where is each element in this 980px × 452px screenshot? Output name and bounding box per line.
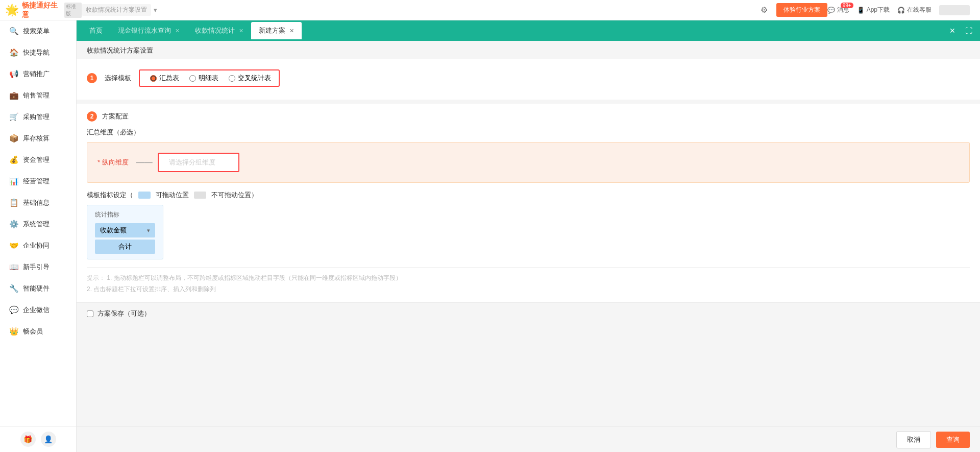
operations-icon: 📊 [9, 177, 19, 186]
message-button[interactable]: 💬 消息 99+ [827, 6, 849, 14]
stat-item-label: 收款金额 [100, 226, 127, 235]
save-section: 方案保存（可选） [77, 302, 980, 324]
radio-detail-input[interactable] [189, 75, 196, 82]
dimension-select[interactable]: 请选择分组维度 [158, 153, 239, 172]
sidebar-item-search[interactable]: 🔍 搜索菜单 [0, 20, 76, 42]
tab-bar: 首页 现金银行流水查询 ✕ 收款情况统计 ✕ 新建方案 ✕ ✕ ⛶ [77, 20, 980, 41]
tab-new-plan[interactable]: 新建方案 ✕ [251, 22, 302, 39]
stat-indicators-box: 统计指标 收款金额 ▾ 合计 [87, 205, 163, 259]
indicators-header: 模板指标设定（ 可拖动位置 不可拖动位置） [87, 191, 970, 200]
tab-cashflow-label: 现金银行流水查询 [118, 26, 171, 35]
cancel-button[interactable]: 取消 [896, 431, 931, 448]
search-icon: 🔍 [9, 27, 19, 36]
sidebar-label-search: 搜索菜单 [23, 27, 50, 36]
tab-receipts-label: 收款情况统计 [195, 26, 235, 35]
page-title: 收款情况统计方案设置 [87, 46, 153, 54]
trial-button[interactable]: 体验行业方案 [776, 3, 827, 17]
radio-summary-label: 汇总表 [159, 74, 179, 83]
maximize-icon[interactable]: ⛶ [963, 25, 975, 37]
dimension-title-text: 汇总维度（必选） [87, 128, 140, 136]
sidebar-label-enterprise: 企业协同 [23, 241, 50, 250]
radio-cross[interactable]: 交叉统计表 [229, 74, 271, 83]
sidebar: 🔍 搜索菜单 🏠 快捷导航 📢 营销推广 💼 销售管理 🛒 采购管理 📦 库存核… [0, 20, 77, 452]
chevron-down-small-icon: ▾ [147, 227, 150, 234]
bottom-action-bar: 取消 查询 [77, 426, 980, 452]
sidebar-item-finance[interactable]: 💰 资金管理 [0, 149, 76, 171]
dimension-title: 汇总维度（必选） [87, 128, 970, 137]
stat-item-amount[interactable]: 收款金额 ▾ [95, 223, 155, 237]
tab-home[interactable]: 首页 [82, 22, 110, 39]
sidebar-label-finance: 资金管理 [23, 155, 50, 164]
top-bar: 🌟 畅捷通好生意 标准版 收款情况统计方案设置 ▾ ⚙ 体验行业方案 💬 消息 … [0, 0, 980, 20]
tab-cashflow-close[interactable]: ✕ [175, 28, 180, 34]
indicators-section: 模板指标设定（ 可拖动位置 不可拖动位置） 统计指标 收款金额 ▾ 合 [87, 191, 970, 259]
hint-prefix: 提示： [87, 274, 105, 281]
sidebar-bottom-icon-2[interactable]: 👤 [41, 432, 56, 447]
finance-icon: 💰 [9, 155, 19, 164]
sidebar-bottom-icon-1[interactable]: 🎁 [20, 432, 36, 447]
query-button[interactable]: 查询 [936, 432, 970, 448]
sidebar-item-guide[interactable]: 📖 新手引导 [0, 256, 76, 278]
wechat-icon: 💬 [9, 305, 19, 315]
radio-summary-input[interactable] [150, 75, 157, 82]
message-badge: 99+ [841, 3, 853, 8]
chevron-down-icon[interactable]: ▾ [154, 6, 157, 14]
basic-icon: 📋 [9, 198, 19, 207]
sidebar-item-basic[interactable]: 📋 基础信息 [0, 192, 76, 213]
radio-summary[interactable]: 汇总表 [150, 74, 179, 83]
step1-section: 1 选择模板 汇总表 明细表 [77, 59, 980, 100]
sidebar-item-system[interactable]: ⚙️ 系统管理 [0, 213, 76, 235]
step2-section: 2 方案配置 汇总维度（必选） * 纵向维度 —— 请选择分组维度 [77, 104, 980, 302]
hint-text-1: 1. 拖动标题栏可以调整布局，不可跨维度或指标区域拖动栏目字段（只能在同一维度或… [107, 274, 401, 281]
sidebar-item-hardware[interactable]: 🔧 智能硬件 [0, 278, 76, 299]
purchase-icon: 🛒 [9, 112, 19, 122]
tab-new-plan-close[interactable]: ✕ [289, 28, 294, 34]
sidebar-item-member[interactable]: 👑 畅会员 [0, 321, 76, 342]
sidebar-label-home: 快捷导航 [23, 48, 50, 57]
radio-cross-input[interactable] [229, 75, 235, 82]
stat-section-label: 统计指标 [95, 210, 155, 219]
sidebar-item-home[interactable]: 🏠 快捷导航 [0, 42, 76, 63]
support-button[interactable]: 🎧 在线客服 [897, 6, 932, 14]
sidebar-label-member: 畅会员 [23, 327, 43, 336]
dimension-arrow-icon: —— [136, 158, 153, 167]
content-area: 首页 现金银行流水查询 ✕ 收款情况统计 ✕ 新建方案 ✕ ✕ ⛶ [77, 20, 980, 452]
support-label: 在线客服 [907, 6, 932, 14]
tab-new-plan-label: 新建方案 [259, 26, 285, 35]
sidebar-label-operations: 经营管理 [23, 177, 50, 186]
close-window-icon[interactable]: ✕ [946, 25, 959, 37]
download-button[interactable]: 📱 App下载 [857, 6, 890, 14]
radio-detail[interactable]: 明细表 [189, 74, 218, 83]
step2-title-row: 2 方案配置 [87, 111, 970, 122]
sidebar-label-hardware: 智能硬件 [23, 284, 50, 293]
template-options-box: 汇总表 明细表 交叉统计表 [139, 69, 280, 87]
radio-cross-label: 交叉统计表 [238, 74, 271, 83]
logo-area: 🌟 畅捷通好生意 标准版 [5, 1, 82, 19]
user-avatar[interactable] [939, 5, 970, 15]
system-icon: ⚙️ [9, 220, 19, 229]
hint-section: 提示： 1. 拖动标题栏可以调整布局，不可跨维度或指标区域拖动栏目字段（只能在同… [87, 267, 970, 295]
sidebar-item-enterprise[interactable]: 🤝 企业协同 [0, 235, 76, 256]
tab-receipts-close[interactable]: ✕ [239, 28, 243, 34]
tab-cashflow[interactable]: 现金银行流水查询 ✕ [110, 22, 187, 39]
tab-home-label: 首页 [89, 26, 103, 35]
radio-group-template: 汇总表 明细表 交叉统计表 [150, 74, 271, 83]
step2-badge: 2 [87, 111, 97, 122]
tab-receipts[interactable]: 收款情况统计 ✕ [187, 22, 251, 39]
sidebar-label-basic: 基础信息 [23, 198, 50, 207]
sidebar-item-marketing[interactable]: 📢 营销推广 [0, 63, 76, 85]
dimension-area: * 纵向维度 —— 请选择分组维度 [87, 142, 970, 183]
sidebar-item-wechat[interactable]: 💬 企业微信 [0, 299, 76, 321]
step2-label: 方案配置 [102, 112, 129, 121]
save-checkbox[interactable] [87, 311, 93, 317]
breadcrumb-area: 收款情况统计方案设置 ▾ [82, 4, 757, 16]
sidebar-item-purchase[interactable]: 🛒 采购管理 [0, 106, 76, 128]
sidebar-item-sales[interactable]: 💼 销售管理 [0, 85, 76, 106]
settings-icon[interactable]: ⚙ [757, 3, 771, 17]
sidebar-item-operations[interactable]: 📊 经营管理 [0, 171, 76, 192]
sidebar-item-inventory[interactable]: 📦 库存核算 [0, 128, 76, 149]
top-right-actions: 💬 消息 99+ 📱 App下载 🎧 在线客服 [827, 5, 975, 15]
dimension-row: * 纵向维度 —— 请选择分组维度 [97, 153, 959, 172]
draggable-legend-color [138, 192, 151, 199]
sidebar-label-wechat: 企业微信 [23, 305, 50, 315]
